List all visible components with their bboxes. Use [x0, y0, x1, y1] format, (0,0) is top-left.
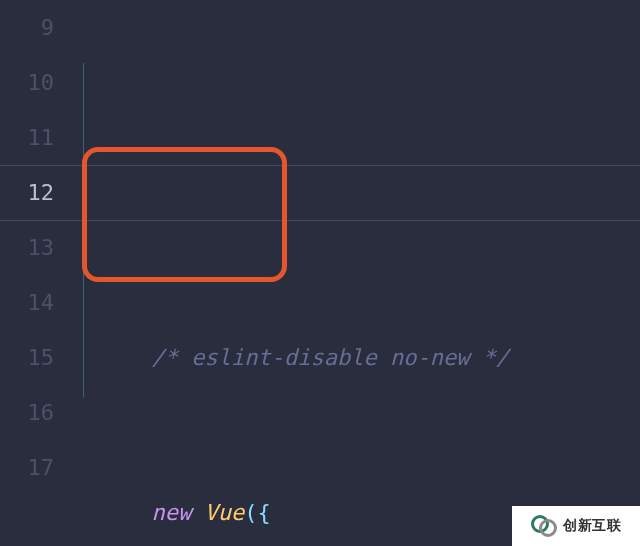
current-line-border-bottom — [0, 220, 640, 221]
punct-token: ({ — [244, 500, 271, 525]
line-number: 16 — [0, 385, 54, 440]
code-line: new Vue({ — [72, 430, 640, 485]
comment-token: /* eslint-disable no-new */ — [151, 345, 509, 370]
line-number: 15 — [0, 330, 54, 385]
code-line: /* eslint-disable no-new */ — [72, 275, 640, 330]
whitespace — [191, 500, 204, 525]
line-number: 11 — [0, 110, 54, 165]
code-area[interactable]: /* eslint-disable no-new */ new Vue({ el… — [72, 0, 640, 546]
line-number: 17 — [0, 440, 54, 495]
line-number: 14 — [0, 275, 54, 330]
watermark-logo: 创新互联 — [512, 506, 640, 546]
watermark-icon — [531, 513, 557, 539]
line-number: 13 — [0, 220, 54, 275]
keyword-token: new — [151, 500, 191, 525]
indent-guide — [83, 63, 84, 398]
code-editor: 9 10 11 12 13 14 15 16 17 /* eslint-disa… — [0, 0, 640, 546]
line-number-gutter: 9 10 11 12 13 14 15 16 17 — [0, 0, 72, 546]
class-token: Vue — [204, 500, 244, 525]
line-number: 9 — [0, 0, 54, 55]
current-line-border-top — [0, 165, 640, 166]
line-number: 10 — [0, 55, 54, 110]
line-number-current: 12 — [0, 165, 54, 220]
watermark-text: 创新互联 — [563, 517, 621, 535]
